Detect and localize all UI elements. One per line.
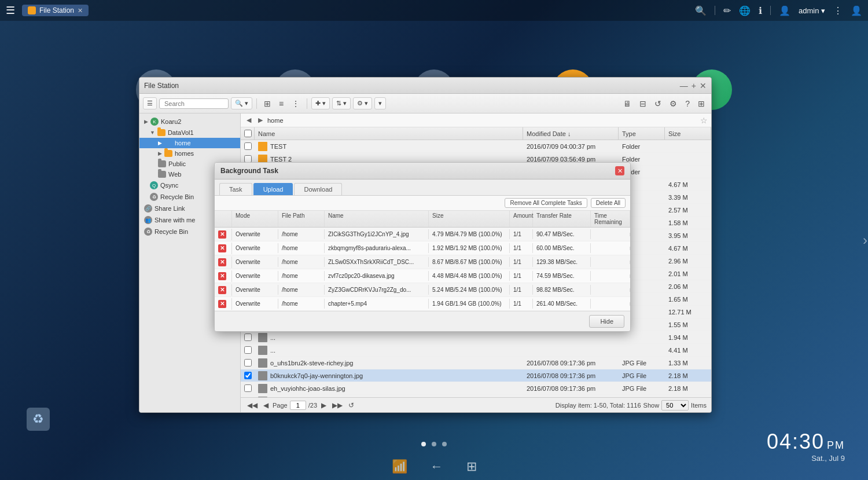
dock-icon-back[interactable]: ←: [431, 459, 443, 474]
new-btn[interactable]: ✚ ▾: [311, 97, 330, 109]
edit-icon[interactable]: ✏: [723, 5, 731, 16]
sidebar-item-homes[interactable]: ▶ homes: [139, 148, 240, 159]
view-list-btn[interactable]: ≡: [276, 97, 286, 110]
task-size-0: 4.79 MB/4.79 MB (100.0%): [429, 229, 510, 239]
delete-all-btn[interactable]: Delete All: [591, 198, 626, 208]
window-title: File Station: [144, 82, 680, 90]
back-btn[interactable]: ◀: [244, 116, 253, 124]
cancel-btn-0[interactable]: ✕: [218, 230, 226, 239]
table-row[interactable]: b0knukck7q0-jay-wennington.jpg 2016/07/0…: [241, 369, 711, 382]
divider2: [770, 6, 771, 15]
select-all-checkbox[interactable]: [244, 130, 252, 137]
refresh-icon[interactable]: ↺: [652, 97, 664, 110]
first-page-btn[interactable]: ◀◀: [245, 401, 259, 410]
dock-icon-wifi[interactable]: 📶: [392, 459, 407, 474]
task-rate-4: 98.82 MB/Sec.: [533, 285, 591, 295]
recycle-desktop-icon[interactable]: ♻: [27, 408, 50, 431]
filter-btn[interactable]: ⇅ ▾: [332, 97, 351, 109]
app-tab-file-station[interactable]: File Station ✕: [22, 5, 89, 16]
table-row[interactable]: o_uhs1bru2k-steve-richey.jpg 2016/07/08 …: [241, 357, 711, 369]
grid-icon[interactable]: ⊞: [695, 97, 708, 110]
table-row[interactable]: ... 1.94 M: [241, 331, 711, 344]
taskbar-icon2[interactable]: 👤: [851, 5, 862, 16]
show-count-select[interactable]: 50 100 200: [661, 400, 689, 411]
favorite-star[interactable]: ☆: [700, 116, 708, 125]
search-icon[interactable]: 🔍: [695, 5, 707, 16]
row-checkbox-19[interactable]: [241, 382, 255, 394]
last-page-btn[interactable]: ▶▶: [330, 401, 344, 410]
row-checkbox-16[interactable]: [241, 344, 255, 356]
maximize-button[interactable]: +: [692, 81, 696, 90]
header-check[interactable]: [241, 127, 255, 140]
total-pages: /23: [308, 402, 317, 409]
app-tab-close[interactable]: ✕: [78, 7, 83, 14]
task-cancel-1[interactable]: ✕: [215, 243, 232, 254]
task-amount-5: 1/1: [510, 299, 533, 309]
search-input[interactable]: [159, 98, 229, 109]
right-nav-arrow[interactable]: ›: [863, 232, 867, 248]
cancel-btn-4[interactable]: ✕: [218, 286, 226, 294]
row-checkbox-18[interactable]: [241, 369, 255, 382]
view-grid-btn[interactable]: ⊞: [261, 97, 274, 110]
sidebar-item-koaru2[interactable]: ▶ K Koaru2: [139, 116, 240, 127]
tools-btn[interactable]: ⚙ ▾: [353, 97, 372, 109]
cancel-btn-1[interactable]: ✕: [218, 244, 226, 252]
more-tools-btn[interactable]: ▾: [374, 97, 386, 109]
minimize-button[interactable]: —: [680, 81, 688, 90]
header-size[interactable]: Size: [665, 127, 711, 140]
row-checkbox-17[interactable]: [241, 357, 255, 369]
page-input[interactable]: [290, 401, 306, 410]
menu-icon[interactable]: ☰: [6, 4, 15, 17]
dot-1[interactable]: [421, 442, 426, 446]
next-page-btn[interactable]: ▶: [319, 401, 328, 410]
more-icon[interactable]: ⋮: [833, 5, 843, 16]
header-date[interactable]: Modified Date ↓: [523, 127, 619, 140]
table-row[interactable]: eh_vuyiohhc-joao-silas.jpg 2016/07/08 09…: [241, 382, 711, 395]
task-cancel-5[interactable]: ✕: [215, 298, 232, 310]
row-size-3: 4.67 M: [665, 178, 711, 190]
info-icon[interactable]: ℹ: [759, 5, 762, 16]
table-row[interactable]: TEST 2016/07/09 04:00:37 pm Folder: [241, 140, 711, 153]
cancel-btn-2[interactable]: ✕: [218, 258, 226, 266]
sep2: [307, 98, 307, 109]
forward-btn[interactable]: ▶: [256, 116, 265, 124]
row-checkbox-0[interactable]: [241, 140, 255, 152]
tab-upload[interactable]: Upload: [253, 183, 293, 195]
sidebar-item-datavol1[interactable]: ▼ DataVol1: [139, 127, 240, 138]
layout-icon[interactable]: 🖥: [620, 97, 634, 110]
refresh-btn[interactable]: ↺: [347, 401, 356, 410]
header-type[interactable]: Type: [619, 127, 665, 140]
task-cancel-2[interactable]: ✕: [215, 257, 232, 268]
task-cancel-0[interactable]: ✕: [215, 229, 232, 240]
tab-download[interactable]: Download: [294, 183, 342, 195]
search-btn[interactable]: 🔍 ▾: [231, 97, 252, 109]
table-row[interactable]: ... 4.41 M: [241, 344, 711, 357]
row-type-17: JPG File: [619, 357, 665, 369]
row-thumb-0: [258, 142, 267, 151]
tab-task[interactable]: Task: [219, 183, 252, 195]
hide-button[interactable]: Hide: [589, 315, 624, 328]
close-button[interactable]: ✕: [700, 81, 707, 90]
modal-close-btn[interactable]: ✕: [615, 166, 624, 175]
globe-icon[interactable]: 🌐: [739, 5, 751, 16]
dot-2[interactable]: [432, 442, 436, 446]
prev-page-btn[interactable]: ◀: [262, 401, 270, 410]
user-label[interactable]: admin ▾: [799, 6, 825, 15]
sidebar-item-home[interactable]: ▶ home: [139, 138, 240, 148]
remove-complete-btn[interactable]: Remove All Complete Tasks: [505, 198, 587, 208]
row-checkbox-15[interactable]: [241, 331, 255, 343]
settings-icon[interactable]: ⚙: [667, 97, 680, 110]
cancel-btn-5[interactable]: ✕: [218, 300, 226, 308]
header-name[interactable]: Name: [255, 127, 523, 140]
nav-panel-toggle[interactable]: ☰: [143, 97, 157, 109]
user-icon[interactable]: 👤: [779, 5, 790, 16]
dot-3[interactable]: [442, 442, 447, 446]
task-cancel-4[interactable]: ✕: [215, 284, 232, 296]
cancel-btn-3[interactable]: ✕: [218, 272, 226, 280]
view-detail-btn[interactable]: ⋮: [289, 97, 303, 110]
dock-icon-grid[interactable]: ⊞: [466, 459, 477, 474]
help-icon[interactable]: ?: [682, 97, 693, 110]
task-cancel-3[interactable]: ✕: [215, 270, 232, 282]
path-text: home: [267, 117, 284, 124]
filter-icon[interactable]: ⊟: [637, 97, 649, 110]
